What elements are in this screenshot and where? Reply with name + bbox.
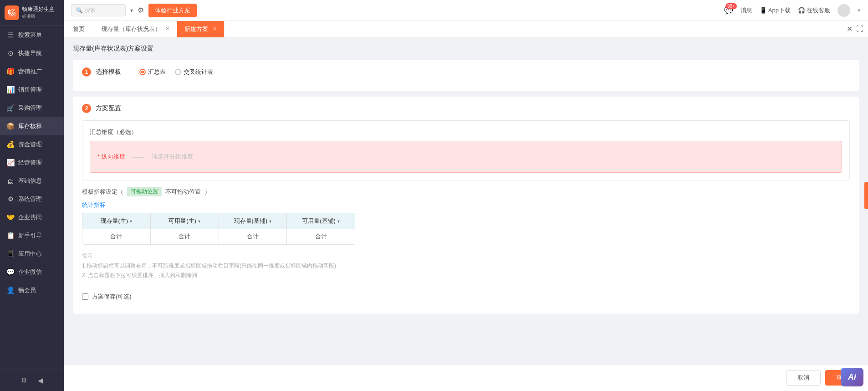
main-area: 🔍 搜索 ▾ ⚙ 体验行业方案 💬 99+ 消息 📱 App下载 🎧 在线客服 … (64, 0, 868, 391)
dimension-input-area[interactable]: * 纵向维度 —— 请选择分组维度 (90, 141, 842, 173)
stats-title: 统计指标 (82, 201, 850, 209)
radio-cross-table[interactable]: 交叉统计表 (175, 68, 213, 76)
messages-wrap[interactable]: 💬 99+ (724, 6, 733, 15)
section2-header: 2 方案配置 (82, 104, 850, 113)
stats-cell-3: 合计 (219, 229, 287, 244)
section2-title: 方案配置 (96, 104, 121, 113)
sidebar-item-operations[interactable]: 📈 经营管理 (0, 154, 64, 172)
tabs-bar: 首页 现存量（库存状况表） ✕ 新建方案 ✕ ✕ ⛶ (64, 21, 868, 37)
sidebar-item-purchase[interactable]: 🛒 采购管理 (0, 99, 64, 117)
settings-button[interactable]: ⚙ (16, 374, 31, 387)
sidebar-nav: ☰ 搜索菜单 ⊙ 快捷导航 🎁 营销推广 📊 销售管理 🛒 采购管理 📦 库存核… (0, 26, 64, 370)
ai-badge[interactable]: Ai (841, 368, 863, 386)
right-edge-bar (864, 182, 868, 209)
trial-button[interactable]: 体验行业方案 (148, 4, 197, 17)
marketing-icon: 🎁 (6, 67, 15, 76)
wechat-icon: 💬 (6, 268, 15, 276)
tab-new-scheme[interactable]: 新建方案 ✕ (177, 21, 225, 37)
bottom-save: 方案保存(可选) (82, 287, 850, 306)
sidebar-item-wechat[interactable]: 💬 企业微信 (0, 263, 64, 281)
sidebar-item-basic-info[interactable]: 🗂 基础信息 (0, 172, 64, 190)
sidebar-item-label: 企业微信 (18, 268, 42, 276)
app-center-icon: 📱 (6, 250, 15, 258)
radio-summary-table[interactable]: 汇总表 (139, 68, 166, 76)
section1-header: 1 选择模板 汇总表 交叉统计表 (82, 67, 850, 77)
section1-title: 选择模板 (96, 68, 121, 76)
tips-title: 提示： (82, 252, 98, 259)
dim-dash: —— (133, 154, 144, 160)
collapse-button[interactable]: ◀ (33, 374, 48, 387)
stats-section: 统计指标 现存量(主) ▾ 可用量(主) ▾ (82, 201, 850, 245)
sidebar-item-label: 企业协同 (18, 213, 42, 221)
sidebar-item-search-menu[interactable]: ☰ 搜索菜单 (0, 26, 64, 44)
section-scheme-config: 2 方案配置 汇总维度（必选） * 纵向维度 —— 请选择分组维度 模板指标设定… (73, 97, 859, 314)
draggable-badge: 可拖动位置 (127, 187, 162, 196)
user-avatar[interactable] (837, 4, 850, 17)
sidebar-item-quick-nav[interactable]: ⊙ 快捷导航 (0, 44, 64, 62)
sales-icon: 📊 (6, 86, 15, 94)
topbar-gear-icon[interactable]: ⚙ (138, 6, 144, 15)
sidebar-item-inventory[interactable]: 📦 库存核算 (0, 117, 64, 135)
topbar-dropdown[interactable]: ▾ (130, 7, 133, 14)
sidebar-item-app-center[interactable]: 📱 应用中心 (0, 245, 64, 263)
sidebar-item-system[interactable]: ⚙ 系统管理 (0, 190, 64, 208)
sidebar-item-label: 库存核算 (18, 122, 42, 130)
tip-2: 2. 点击标题栏下拉可设置排序、插入列和删除列 (82, 271, 850, 281)
tab-new-scheme-label: 新建方案 (184, 25, 208, 33)
sidebar: 畅 畅康通好生意 标准版 ☰ 搜索菜单 ⊙ 快捷导航 🎁 营销推广 📊 销售管理… (0, 0, 64, 391)
stats-col-3-label: 现存量(基辅) (234, 217, 268, 225)
radio-summary-label: 汇总表 (148, 68, 166, 76)
tab-home[interactable]: 首页 (64, 21, 94, 37)
sidebar-item-label: 快捷导航 (18, 49, 42, 57)
phone-icon: 📱 (760, 7, 767, 14)
logo-text: 畅康通好生意 标准版 (22, 6, 55, 20)
finance-icon: 💰 (6, 140, 15, 149)
sidebar-item-member[interactable]: 👤 畅会员 (0, 281, 64, 299)
stats-col-4[interactable]: 可用量(基辅) ▾ (287, 213, 355, 229)
page-content: 现存量(库存状况表)方案设置 1 选择模板 汇总表 交叉统计表 (64, 37, 868, 364)
sidebar-item-label: 搜索菜单 (18, 31, 42, 39)
sidebar-item-marketing[interactable]: 🎁 营销推广 (0, 62, 64, 81)
tab-new-scheme-close-icon[interactable]: ✕ (213, 26, 217, 32)
col2-dropdown-icon[interactable]: ▾ (198, 219, 200, 224)
dimension-config-area: 汇总维度（必选） * 纵向维度 —— 请选择分组维度 (82, 120, 850, 180)
sidebar-item-sales[interactable]: 📊 销售管理 (0, 81, 64, 99)
indicator-setting: 模板指标设定（ 可拖动位置 不可拖动位置 ） 统计指标 现存量(主) ▾ (82, 187, 850, 281)
search-icon: 🔍 (76, 7, 83, 14)
col1-dropdown-icon[interactable]: ▾ (130, 219, 132, 224)
sidebar-logo: 畅 畅康通好生意 标准版 (0, 0, 64, 26)
sidebar-item-new-guide[interactable]: 📋 新手引导 (0, 226, 64, 245)
search-input-wrap[interactable]: 🔍 搜索 (71, 4, 126, 16)
tips-area: 提示： 1.拖动标题栏可以调整布局，不可跨维度或指标区域拖动栏目字段(只能在同一… (82, 251, 850, 281)
sidebar-item-label: 系统管理 (18, 195, 42, 203)
sidebar-item-label: 畅会员 (18, 286, 36, 294)
stats-cell-4: 合计 (287, 229, 355, 244)
stats-col-4-label: 可用量(基辅) (302, 217, 336, 225)
stats-col-2[interactable]: 可用量(主) ▾ (151, 213, 219, 229)
save-checkbox[interactable] (82, 293, 88, 300)
close-panel-icon[interactable]: ✕ (847, 25, 853, 33)
tab-inventory-label: 现存量（库存状况表） (102, 25, 161, 33)
online-service-link[interactable]: 🎧 在线客服 (798, 6, 830, 15)
stats-col-3[interactable]: 现存量(基辅) ▾ (219, 213, 287, 229)
sidebar-item-label: 基础信息 (18, 177, 42, 185)
stats-col-1[interactable]: 现存量(主) ▾ (82, 213, 151, 229)
sidebar-item-label: 销售管理 (18, 86, 42, 94)
sidebar-bottom: ⚙ ◀ (0, 370, 64, 391)
sidebar-item-enterprise[interactable]: 🤝 企业协同 (0, 208, 64, 226)
tab-inventory-status[interactable]: 现存量（库存状况表） ✕ (94, 21, 177, 37)
stats-table: 现存量(主) ▾ 可用量(主) ▾ 现存量(基辅) ▾ (82, 213, 355, 245)
app-download-link[interactable]: 📱 App下载 (760, 6, 791, 15)
expand-panel-icon[interactable]: ⛶ (856, 25, 863, 33)
col3-dropdown-icon[interactable]: ▾ (269, 219, 271, 224)
tab-inventory-close-icon[interactable]: ✕ (165, 26, 169, 32)
section-choose-template: 1 选择模板 汇总表 交叉统计表 (73, 60, 859, 91)
section1-number: 1 (82, 67, 91, 77)
sidebar-item-finance[interactable]: 💰 资金管理 (0, 135, 64, 154)
headset-icon: 🎧 (798, 7, 805, 14)
operations-icon: 📈 (6, 159, 15, 167)
cancel-button[interactable]: 取消 (786, 370, 821, 386)
stats-col-1-label: 现存量(主) (101, 217, 128, 225)
username-label: ▾ (858, 7, 861, 14)
col4-dropdown-icon[interactable]: ▾ (337, 219, 340, 224)
